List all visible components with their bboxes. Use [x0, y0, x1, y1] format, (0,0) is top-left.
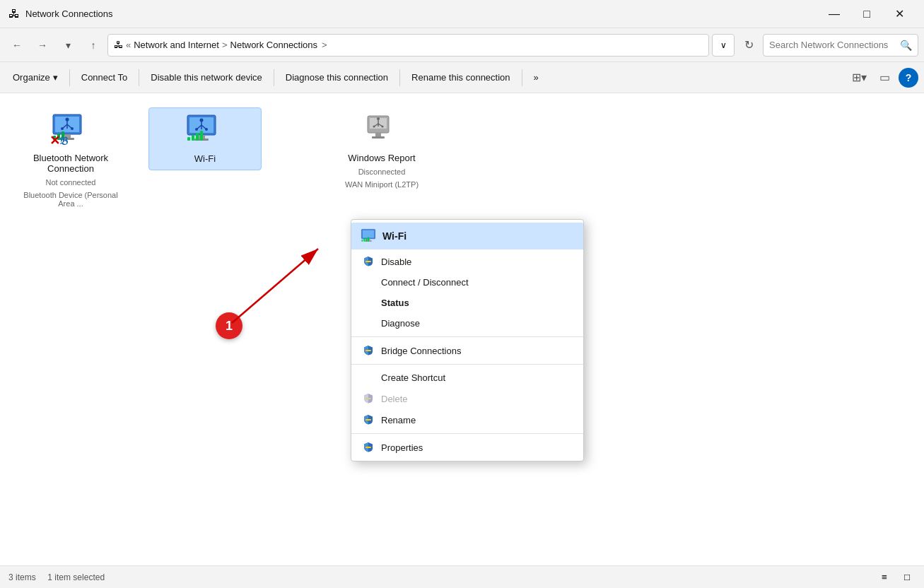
- x-mark-icon: ✕: [49, 134, 60, 147]
- context-sep-3: [351, 433, 583, 434]
- maximize-button[interactable]: □: [850, 0, 883, 28]
- context-menu-rename-label: Rename: [381, 415, 416, 425]
- search-icon: 🔍: [900, 40, 912, 51]
- svg-rect-42: [363, 239, 365, 242]
- toolbar-right: ⊞▾ ▭ ?: [848, 66, 918, 89]
- help-button[interactable]: ?: [899, 68, 918, 88]
- context-menu-disable[interactable]: Disable: [351, 251, 583, 272]
- bluetooth-item-status: Not connected: [46, 178, 96, 187]
- path-sep-1: >: [222, 40, 228, 50]
- context-sep-2: [351, 364, 583, 365]
- back-button[interactable]: ←: [6, 34, 28, 57]
- shield-icon-properties: [363, 442, 374, 453]
- rename-button[interactable]: Rename this connection: [404, 66, 517, 89]
- minimize-button[interactable]: —: [818, 0, 850, 28]
- wan-icon-container: [361, 113, 403, 148]
- network-item-bluetooth[interactable]: ✕ 𝔅 Bluetooth Network Connection Not con…: [14, 107, 127, 213]
- wifi-item-name: Wi-Fi: [194, 153, 216, 164]
- wifi-icon-container: [184, 114, 226, 149]
- pane-button[interactable]: ▭: [873, 66, 896, 89]
- refresh-button[interactable]: ↻: [737, 34, 760, 57]
- context-menu-status-label: Status: [381, 298, 409, 308]
- address-path[interactable]: 🖧 « Network and Internet > Network Conne…: [107, 34, 709, 57]
- svg-point-35: [373, 126, 375, 128]
- more-button[interactable]: »: [527, 66, 546, 89]
- disable-button[interactable]: Disable this network device: [144, 66, 269, 89]
- status-selected-count: 1 item selected: [47, 572, 105, 582]
- context-menu-properties[interactable]: Properties: [351, 437, 583, 458]
- svg-point-21: [195, 128, 198, 131]
- annotation-1: 1: [216, 312, 242, 339]
- context-menu-connect[interactable]: Connect / Disconnect: [351, 272, 583, 293]
- close-button[interactable]: ✕: [883, 0, 916, 28]
- search-input[interactable]: [769, 40, 897, 50]
- context-menu-shortcut-label: Create Shortcut: [381, 372, 445, 383]
- title-bar: 🖧 Network Connections — □ ✕: [0, 0, 924, 28]
- forward-button[interactable]: →: [31, 34, 54, 57]
- context-wifi-icon: [360, 228, 377, 244]
- path-chevron: >: [322, 40, 327, 50]
- path-network-internet[interactable]: Network and Internet: [134, 40, 219, 50]
- svg-rect-45: [365, 261, 371, 262]
- view-button[interactable]: ⊞▾: [848, 66, 870, 89]
- toolbar-separator-3: [274, 69, 274, 86]
- wan-item-name: Windows Report: [348, 153, 415, 163]
- address-bar: ← → ▾ ↑ 🖧 « Network and Internet > Netwo…: [0, 28, 924, 62]
- window-icon: 🖧: [8, 8, 20, 20]
- svg-rect-24: [192, 135, 194, 141]
- bluetooth-icon-container: ✕ 𝔅: [49, 113, 92, 148]
- context-menu-header: Wi-Fi: [351, 223, 583, 249]
- context-menu: Wi-Fi Disable Connect / Disconnect Statu…: [351, 219, 584, 461]
- status-list-view-button[interactable]: ≡: [876, 569, 893, 586]
- context-menu-title: Wi-Fi: [382, 230, 407, 242]
- toolbar: Organize ▾ Connect To Disable this netwo…: [0, 62, 924, 93]
- context-menu-diagnose[interactable]: Diagnose: [351, 313, 583, 334]
- context-menu-shortcut[interactable]: Create Shortcut: [351, 368, 583, 388]
- path-icon: 🖧: [114, 40, 123, 50]
- svg-rect-25: [196, 133, 199, 141]
- context-menu-status[interactable]: Status: [351, 293, 583, 313]
- path-prefix: «: [126, 40, 131, 50]
- toolbar-separator-4: [399, 69, 400, 86]
- context-menu-rename[interactable]: Rename: [351, 409, 583, 430]
- up-button[interactable]: ↑: [82, 34, 105, 57]
- organize-arrow: ▾: [53, 72, 58, 83]
- diagnose-button[interactable]: Diagnose this connection: [279, 66, 395, 89]
- context-menu-diagnose-label: Diagnose: [381, 318, 420, 329]
- organize-label: Organize: [13, 72, 50, 83]
- recent-button[interactable]: ▾: [57, 34, 79, 57]
- bluetooth-item-desc: Bluetooth Device (Personal Area ...: [20, 191, 122, 208]
- status-grid-view-button[interactable]: □: [899, 569, 916, 586]
- context-menu-properties-label: Properties: [381, 442, 423, 453]
- svg-rect-49: [365, 447, 371, 448]
- svg-rect-23: [187, 137, 190, 141]
- toolbar-separator-2: [139, 69, 139, 86]
- toolbar-separator-1: [69, 69, 70, 86]
- search-box: 🔍: [763, 34, 918, 57]
- bluetooth-item-name: Bluetooth Network Connection: [20, 153, 122, 174]
- network-item-wifi[interactable]: Wi-Fi: [148, 107, 262, 170]
- svg-rect-47: [365, 398, 371, 399]
- window-title: Network Connections: [25, 8, 113, 19]
- context-menu-bridge-label: Bridge Connections: [381, 346, 461, 356]
- context-menu-connect-label: Connect / Disconnect: [381, 277, 469, 288]
- wifi-computer-icon: [184, 114, 219, 145]
- address-dropdown-button[interactable]: ∨: [712, 34, 735, 57]
- svg-rect-48: [365, 419, 371, 421]
- wan-item-desc: WAN Miniport (L2TP): [345, 180, 419, 189]
- organize-button[interactable]: Organize ▾: [6, 66, 65, 89]
- path-network-connections[interactable]: Network Connections: [230, 40, 318, 50]
- context-menu-disable-label: Disable: [381, 257, 411, 267]
- wan-computer-icon: [361, 113, 396, 144]
- status-bar: 3 items 1 item selected ≡ □: [0, 565, 924, 588]
- context-menu-bridge[interactable]: Bridge Connections: [351, 340, 583, 361]
- svg-rect-38: [363, 230, 374, 238]
- context-sep-1: [351, 336, 583, 337]
- status-bar-right: ≡ □: [876, 569, 916, 586]
- connect-to-button[interactable]: Connect To: [74, 66, 135, 89]
- network-item-wan[interactable]: Windows Report Disconnected WAN Miniport…: [325, 107, 438, 194]
- svg-rect-41: [361, 240, 363, 241]
- wan-item-status: Disconnected: [358, 167, 406, 176]
- svg-rect-29: [375, 133, 381, 136]
- svg-rect-30: [372, 136, 385, 139]
